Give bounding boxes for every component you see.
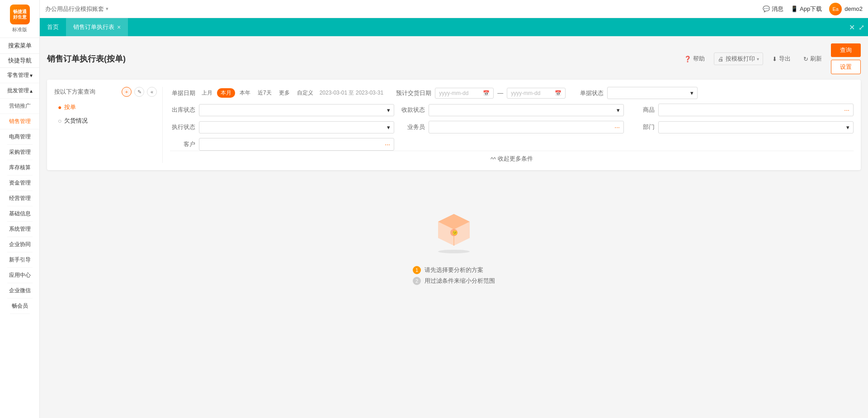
nav-backorder-label: 欠货情况 xyxy=(64,117,88,125)
breadcrumb-dropdown-icon[interactable]: ▾ xyxy=(106,6,108,12)
sidebar-item-inventory[interactable]: 库存核算 xyxy=(7,160,33,176)
filter-row4: 客户 ··· xyxy=(170,138,854,151)
tab-sales-exec-label: 销售订单执行表 xyxy=(73,23,114,31)
field-goods: 商品 ··· xyxy=(629,104,854,116)
print-icon: 🖨 xyxy=(718,56,724,62)
wholesale-label: 批发管理 xyxy=(7,87,29,95)
nav-order-label: 按单 xyxy=(64,103,76,111)
field-exec-status: 执行状态 ▾ xyxy=(170,121,394,133)
help-label: 帮助 xyxy=(693,55,705,63)
sidebar-item-sales[interactable]: 销售管理 xyxy=(0,114,39,129)
collapse-panel-btn[interactable]: « xyxy=(147,87,157,97)
sidebar-item-enterprise[interactable]: 企业协同 xyxy=(7,237,33,252)
expected-date-start[interactable]: yyyy-mm-dd 📅 xyxy=(435,88,494,99)
settings-button[interactable]: 设置 xyxy=(831,60,861,74)
finance-label: 资金管理 xyxy=(9,179,31,187)
tab-close-icon[interactable]: × xyxy=(117,24,121,31)
date-tabs-group: 上月 本月 本年 近7天 更多 自定义 xyxy=(199,88,316,98)
tabbar: 首页 销售订单执行表 × ✕ ⤢ xyxy=(40,18,868,36)
appcenter-label: 应用中心 xyxy=(9,271,31,279)
date-tab-more[interactable]: 更多 xyxy=(276,88,292,98)
empty-step1: 1 请先选择要分析的方案 xyxy=(413,266,495,274)
filter-row3: 执行状态 ▾ 业务员 xyxy=(170,121,854,133)
page-header: 销售订单执行表(按单) ❓ 帮助 🖨 按模板打印 ▾ ⬇ 导出 ↻ 刷新 xyxy=(47,43,861,74)
goods-select[interactable]: ··· xyxy=(658,104,854,116)
appdownload-icon: 📱 xyxy=(791,5,798,12)
date-tab-prev[interactable]: 上月 xyxy=(199,88,215,98)
tab-home[interactable]: 首页 xyxy=(40,18,66,36)
sidebar-item-finance[interactable]: 资金管理 xyxy=(7,176,33,191)
sidebar-item-newuser[interactable]: 新手引导 xyxy=(7,252,33,268)
sidebar-item-basic[interactable]: 基础信息 xyxy=(7,206,33,222)
order-status-label: 单据状态 xyxy=(578,89,604,97)
customer-dots-icon[interactable]: ··· xyxy=(385,141,390,148)
sidebar-item-operations[interactable]: 经营管理 xyxy=(7,191,33,206)
date-separator: — xyxy=(497,90,503,96)
refresh-btn[interactable]: ↻ 刷新 xyxy=(800,53,826,65)
topbar: 办公用品行业模拟账套 ▾ 💬 消息 📱 App下载 Ea demo2 xyxy=(40,0,868,18)
tab-sales-exec[interactable]: 销售订单执行表 × xyxy=(66,18,128,36)
step1-text: 请先选择要分析的方案 xyxy=(425,266,483,274)
goods-dots-icon[interactable]: ··· xyxy=(844,106,849,114)
sidebar-search-label[interactable]: 搜索菜单 xyxy=(8,42,32,49)
inventory-label: 库存核算 xyxy=(9,164,31,171)
sidebar-item-system[interactable]: 系统管理 xyxy=(7,222,33,237)
help-btn[interactable]: ❓ 帮助 xyxy=(680,53,708,65)
sidebar-quicknav[interactable]: 快捷导航 xyxy=(0,54,39,68)
wechat-label: 企业微信 xyxy=(9,287,31,294)
expected-date-end-text: yyyy-mm-dd xyxy=(511,90,540,96)
query-button[interactable]: 查询 xyxy=(831,43,861,57)
topbar-message-btn[interactable]: 💬 消息 xyxy=(763,5,783,13)
sidebar-item-ecommerce[interactable]: 电商管理 xyxy=(7,129,33,145)
tabbar-close-btn[interactable]: ✕ xyxy=(849,23,855,32)
menu-group-wholesale: 批发管理 ▴ 营销推广 销售管理 xyxy=(0,83,39,129)
order-status-arrow: ▾ xyxy=(690,90,693,96)
date-tab-7days[interactable]: 近7天 xyxy=(255,88,274,98)
operations-label: 经营管理 xyxy=(9,195,31,202)
collapse-more-btn[interactable]: ^^ 收起更多条件 xyxy=(170,151,854,163)
field-customer: 客户 ··· xyxy=(170,138,394,151)
sidebar-item-retail[interactable]: 零售管理 ▾ xyxy=(0,68,39,83)
date-tab-year[interactable]: 本年 xyxy=(237,88,253,98)
export-btn[interactable]: ⬇ 导出 xyxy=(769,53,794,65)
expected-date-label: 预计交货日期 xyxy=(396,89,431,97)
exec-status-select[interactable]: ▾ xyxy=(199,121,394,133)
salesperson-dots-icon[interactable]: ··· xyxy=(614,124,620,131)
sidebar-item-wechat[interactable]: 企业微信 xyxy=(7,283,33,299)
sidebar-item-purchase[interactable]: 采购管理 xyxy=(7,145,33,160)
nav-item-backorder[interactable]: ○ 欠货情况 xyxy=(54,115,157,127)
sidebar: 畅捷通好生意 标准版 搜索菜单 快捷导航 零售管理 ▾ 批发管理 ▴ 营销推广 … xyxy=(0,0,40,418)
step2-num: 2 xyxy=(413,277,421,285)
expected-date-end[interactable]: yyyy-mm-dd 📅 xyxy=(507,88,566,99)
add-scheme-btn[interactable]: + xyxy=(122,87,132,97)
customer-select[interactable]: ··· xyxy=(199,138,394,151)
sidebar-item-wholesale[interactable]: 批发管理 ▴ xyxy=(0,83,39,99)
topbar-appdownload-btn[interactable]: 📱 App下载 xyxy=(791,5,822,13)
print-template-btn[interactable]: 🖨 按模板打印 ▾ xyxy=(714,52,763,65)
date-tab-current[interactable]: 本月 xyxy=(217,88,235,98)
newuser-label: 新手引导 xyxy=(9,256,31,264)
dept-select[interactable]: ▾ xyxy=(658,121,854,133)
salesperson-select[interactable]: ··· xyxy=(429,121,624,133)
enterprise-label: 企业协同 xyxy=(9,241,31,248)
out-status-select[interactable]: ▾ xyxy=(199,104,394,116)
wholesale-arrow: ▴ xyxy=(30,88,33,94)
date-filter-label: 单据日期 xyxy=(170,89,195,97)
nav-item-order[interactable]: ● 按单 xyxy=(54,101,157,113)
exec-status-control: ▾ xyxy=(199,121,394,133)
collection-status-select[interactable]: ▾ xyxy=(429,104,624,116)
left-panel-header: 按以下方案查询 + ✎ « xyxy=(54,87,157,97)
tabbar-expand-btn[interactable]: ⤢ xyxy=(859,23,864,32)
sidebar-item-marketing[interactable]: 营销推广 xyxy=(0,99,39,114)
filter-main-area: 按以下方案查询 + ✎ « ● 按单 ○ xyxy=(54,87,854,163)
exec-status-label: 执行状态 xyxy=(170,123,195,131)
topbar-user[interactable]: Ea demo2 xyxy=(829,3,863,15)
avatar-text: Ea xyxy=(833,6,839,12)
sidebar-item-appcenter[interactable]: 应用中心 xyxy=(7,268,33,283)
sidebar-item-member[interactable]: 畅会员 xyxy=(10,299,30,314)
order-status-select[interactable]: ▾ xyxy=(607,87,698,99)
edit-scheme-btn[interactable]: ✎ xyxy=(134,87,144,97)
sidebar-search[interactable]: 搜索菜单 xyxy=(0,38,39,54)
field-collection-status: 收款状态 ▾ xyxy=(400,104,624,116)
date-tab-custom[interactable]: 自定义 xyxy=(294,88,316,98)
